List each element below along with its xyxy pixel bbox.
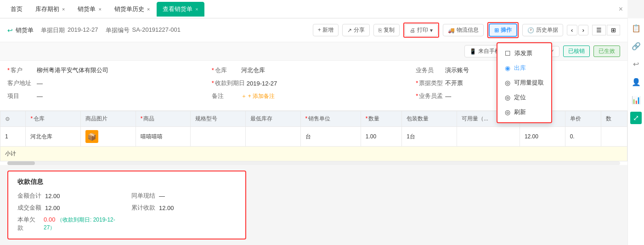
col-extra: 数 xyxy=(601,111,627,127)
doc-number-field: 单据编号 SA-20191227-001 xyxy=(106,26,181,34)
col-quantity: 数量 xyxy=(361,111,402,127)
tab-inventory-init-label: 库存期初 xyxy=(35,5,59,13)
doc-title-area: ↩ 销货单 xyxy=(7,26,34,34)
logistics-button[interactable]: 🚚 物流信息 xyxy=(443,24,484,36)
row-spec xyxy=(191,127,246,147)
col-settings: ⚙ xyxy=(0,111,26,127)
checked-badge[interactable]: 已核销 xyxy=(563,46,590,57)
horizontal-scrollbar[interactable] xyxy=(7,161,620,165)
tab-home[interactable]: 首页 xyxy=(5,2,28,17)
nav-arrows: ‹ › xyxy=(567,25,588,35)
sales-order-icon: ↩ xyxy=(7,27,13,34)
copy-button-label: 复制 xyxy=(384,26,395,34)
operations-button-label: 操作 xyxy=(501,26,512,34)
tab-sales-order-close[interactable]: × xyxy=(98,6,101,12)
doc-date-label: 单据日期 xyxy=(41,26,65,34)
add-invoice-item[interactable]: ☐ 添发票 xyxy=(497,46,551,61)
tab-sales-history-close[interactable]: × xyxy=(147,6,150,12)
col-product-img: 商品图片 xyxy=(81,111,136,127)
return-icon[interactable]: ↩ xyxy=(631,58,641,70)
logistics-button-label: 物流信息 xyxy=(457,26,479,34)
col-price: 单价 xyxy=(565,111,601,127)
add-note-label: + 添加备注 xyxy=(248,92,275,100)
col-package-qty: 包装数量 xyxy=(402,111,457,127)
address-value: — xyxy=(37,80,43,87)
payment-info-panel: 收款信息 金额合计 12.00 同单现结 — 成交金额 12.00 累计收款 1… xyxy=(7,171,246,239)
available-extract-item[interactable]: ◎ 可用量提取 xyxy=(497,75,551,90)
row-warehouse: 河北仓库 xyxy=(26,127,81,147)
toolbar: + 新增 ↗ 分享 ⎘ 复制 🖨 打印 ▾ 🚚 物流信息 xyxy=(313,22,620,38)
tab-view-sales[interactable]: 查看销货单 × xyxy=(157,2,204,17)
tab-sales-history[interactable]: 销货单历史 × xyxy=(108,2,156,17)
doc-number-value: SA-20191227-001 xyxy=(132,26,181,34)
tab-view-sales-close[interactable]: × xyxy=(195,6,198,12)
available-extract-label: 可用量提取 xyxy=(514,79,544,87)
print-highlight-box: 🖨 打印 ▾ xyxy=(403,23,439,38)
payment-date-value: 2019-12-27 xyxy=(247,80,277,87)
payment-grid: 金额合计 12.00 同单现结 — 成交金额 12.00 累计收款 12.00 … xyxy=(17,192,236,232)
new-button-label: + 新增 xyxy=(318,26,333,34)
doc-title-text: 销货单 xyxy=(16,26,34,34)
subtotal-label: 小计 xyxy=(0,147,627,161)
doc-meta: 单据日期 2019-12-27 单据编号 SA-20191227-001 xyxy=(41,26,181,34)
table-row: 1 河北仓库 📦 嘻嘻嘻嘻 台 1.00 1台 12.00 0. xyxy=(0,127,627,147)
cumulative-payment-row: 累计收款 12.00 xyxy=(131,204,236,212)
print-icon: 🖨 xyxy=(410,27,415,34)
project-value: — xyxy=(37,93,43,100)
user-icon[interactable]: 👤 xyxy=(630,76,643,88)
global-close-button[interactable]: × xyxy=(619,5,623,13)
customer-value: 柳州粤港平安气体有限公司 xyxy=(37,66,108,74)
clipboard-icon[interactable]: 📋 xyxy=(630,22,643,34)
print-button[interactable]: 🖨 打印 ▾ xyxy=(405,24,438,36)
doc-date-value: 2019-12-27 xyxy=(68,26,98,34)
new-button[interactable]: + 新增 xyxy=(313,24,339,36)
prev-arrow[interactable]: ‹ xyxy=(567,25,577,35)
share-button[interactable]: ↗ 分享 xyxy=(342,24,370,36)
tab-inventory-init-close[interactable]: × xyxy=(62,6,65,12)
doc-date-field: 单据日期 2019-12-27 xyxy=(41,26,98,34)
note-field: 备注 ＋ + 添加备注 xyxy=(212,92,416,100)
note-label: 备注 xyxy=(212,92,239,100)
print-button-label: 打印 xyxy=(417,26,428,34)
effective-badge[interactable]: 已生效 xyxy=(593,46,620,57)
expand-icon[interactable]: ⤢ xyxy=(630,112,642,124)
operations-highlight-box: ⊞ 操作 xyxy=(487,22,519,38)
add-note-button[interactable]: ＋ + 添加备注 xyxy=(241,92,275,100)
same-order-label: 同单现结 xyxy=(131,192,155,200)
copy-button[interactable]: ⎘ 复制 xyxy=(373,24,400,36)
same-order-value: — xyxy=(159,193,165,199)
col-warehouse: 仓库 xyxy=(26,111,81,127)
warehouse-label: 仓库 xyxy=(212,66,239,74)
radio-checked-icon: ◉ xyxy=(505,64,510,72)
current-arrears-row: 本单欠款 0.00 （收款到期日: 2019-12-27） xyxy=(17,216,122,232)
staff-value: 演示账号 xyxy=(445,66,469,74)
effective-label: 已生效 xyxy=(599,48,615,54)
link-icon[interactable]: 🔗 xyxy=(630,40,643,52)
list-view-button[interactable]: ☰ xyxy=(592,25,606,35)
tab-sales-order[interactable]: 销货单 × xyxy=(72,2,107,17)
history-button[interactable]: 🕐 历史单据 xyxy=(522,24,563,36)
location-item[interactable]: ◎ 定位 xyxy=(497,90,551,105)
refresh-item[interactable]: ◎ 刷新 xyxy=(497,105,551,120)
outbound-item[interactable]: ◉ 出库 xyxy=(497,61,551,75)
row-index: 1 xyxy=(0,127,26,147)
payment-date-label: 收款到期日 xyxy=(212,79,245,87)
product-image: 📦 xyxy=(85,130,98,143)
settings-icon[interactable]: ⚙ xyxy=(5,116,10,122)
chart-icon[interactable]: 📊 xyxy=(630,94,643,106)
tab-inventory-init[interactable]: 库存期初 × xyxy=(29,2,71,17)
operations-button[interactable]: ⊞ 操作 xyxy=(489,23,517,37)
grid-view-button[interactable]: ⊞ xyxy=(607,25,620,35)
project-label: 项目 xyxy=(7,92,35,100)
col-spec: 规格型号 xyxy=(191,111,246,127)
share-icon: ↗ xyxy=(347,27,352,34)
radio-unchecked-icon-1: ◎ xyxy=(505,79,510,86)
radio-unchecked-icon-2: ◎ xyxy=(505,94,510,101)
cumulative-payment-label: 累计收款 xyxy=(131,204,155,212)
radio-unchecked-icon-3: ◎ xyxy=(505,108,510,116)
transaction-amount-value: 12.00 xyxy=(45,205,60,211)
scrollbar-thumb[interactable] xyxy=(7,161,35,165)
next-arrow[interactable]: › xyxy=(578,25,588,35)
share-button-label: 分享 xyxy=(354,26,365,34)
doc-number-label: 单据编号 xyxy=(106,26,130,34)
